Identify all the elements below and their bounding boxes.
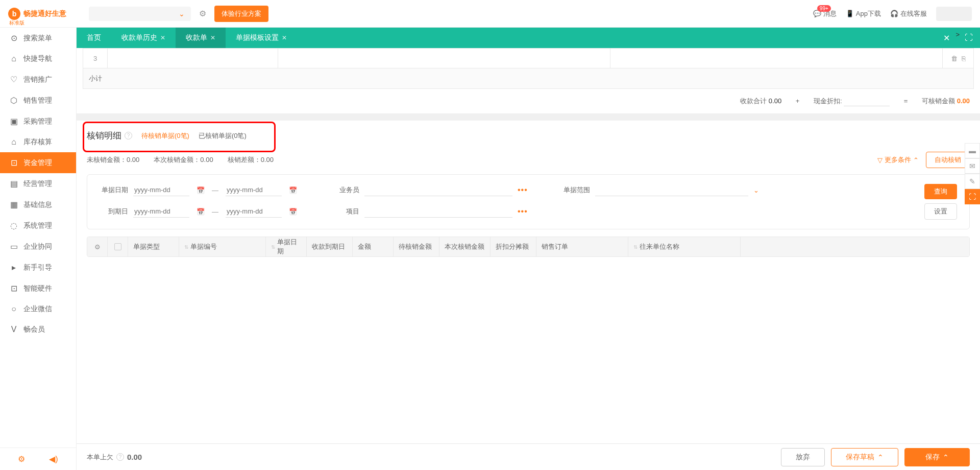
column-header-3: 收款到期日 (307, 237, 353, 256)
sidebar-item-2[interactable]: ♡营销推广 (0, 69, 76, 90)
bill-date-from-input[interactable] (133, 184, 189, 196)
sidebar-item-12[interactable]: ⊡智能硬件 (0, 278, 76, 299)
select-all-checkbox[interactable] (108, 237, 128, 256)
sidebar-item-3[interactable]: ⬡销售管理 (0, 90, 76, 111)
float-tool-2[interactable]: ✉ (965, 158, 980, 174)
due-date-from-input[interactable] (133, 205, 189, 218)
sidebar-item-4[interactable]: ▣采购管理 (0, 111, 76, 132)
row-number: 3 (83, 49, 108, 68)
query-button[interactable]: 查询 (924, 184, 957, 199)
sidebar-item-label: 基础信息 (23, 200, 52, 209)
float-tool-4[interactable]: ⛶ (965, 189, 980, 204)
headset-icon: 🎧 (890, 10, 898, 17)
close-icon[interactable]: ✕ (210, 34, 215, 41)
more-icon[interactable]: ••• (518, 185, 528, 195)
calendar-icon[interactable]: 📅 (289, 208, 297, 216)
sidebar-item-label: 采购管理 (23, 117, 52, 126)
grid-cell[interactable] (108, 49, 278, 68)
sidebar-item-label: 企业微信 (23, 304, 52, 314)
user-avatar[interactable] (936, 7, 972, 21)
project-input[interactable] (364, 205, 512, 218)
gear-icon[interactable]: ⚙ (199, 9, 206, 18)
tab-1[interactable]: 收款单历史✕ (111, 28, 176, 48)
copy-row-icon[interactable]: ⎘ (962, 55, 966, 62)
operator-input[interactable] (364, 184, 512, 196)
online-service-link[interactable]: 🎧 在线客服 (890, 9, 927, 18)
float-tool-1[interactable]: ▬ (965, 143, 980, 158)
calendar-icon[interactable]: 📅 (197, 186, 205, 194)
sidebar-item-label: 经营管理 (23, 179, 52, 189)
column-header-1[interactable]: ⇅单据编号 (179, 237, 266, 256)
column-header-9[interactable]: ⇅往来单位名称 (628, 237, 741, 256)
close-all-tabs-button[interactable]: ✕ (939, 31, 953, 45)
discard-button[interactable]: 放弃 (781, 448, 825, 466)
calendar-icon[interactable]: 📅 (289, 186, 297, 194)
calendar-icon[interactable]: 📅 (197, 208, 205, 216)
tab-pending-verify[interactable]: 待核销单据(0笔) (141, 131, 189, 140)
float-tool-3[interactable]: ✎ (965, 174, 980, 189)
online-service-label: 在线客服 (900, 9, 927, 18)
sidebar-icon: ⊙ (9, 33, 18, 43)
sidebar-item-9[interactable]: ◌系统管理 (0, 215, 76, 236)
sidebar-item-label: 智能硬件 (23, 284, 52, 293)
due-date-to-input[interactable] (226, 205, 282, 218)
chevron-down-icon[interactable]: ⌄ (753, 186, 759, 194)
collapse-icon[interactable]: ◀) (49, 454, 58, 464)
tab-done-verify[interactable]: 已核销单据(0笔) (199, 131, 247, 140)
sidebar-item-6[interactable]: ⊡资金管理 (0, 152, 76, 173)
sidebar-item-10[interactable]: ▭企业协同 (0, 236, 76, 257)
grid-cell[interactable] (610, 49, 943, 68)
delete-row-icon[interactable]: 🗑 (951, 55, 958, 62)
more-conditions-toggle[interactable]: ▽ 更多条件 ⌃ (877, 155, 919, 165)
column-header-2[interactable]: ⇅单据日期 (266, 237, 307, 256)
tab-2[interactable]: 收款单✕ (176, 28, 226, 48)
plus-sign: + (796, 97, 800, 105)
sidebar-item-13[interactable]: ○企业微信 (0, 299, 76, 319)
sidebar-icon: ▦ (9, 200, 18, 209)
sidebar-item-7[interactable]: ▤经营管理 (0, 173, 76, 194)
sidebar-item-5[interactable]: ⌂库存核算 (0, 132, 76, 152)
range-select[interactable] (595, 184, 748, 196)
close-icon[interactable]: ✕ (160, 34, 165, 41)
discount-input[interactable] (844, 96, 890, 106)
sidebar-item-8[interactable]: ▦基础信息 (0, 194, 76, 215)
tab-label: 收款单历史 (121, 33, 157, 42)
save-button[interactable]: 保存 ⌃ (904, 448, 970, 466)
fullscreen-button[interactable]: ⛶ (962, 31, 976, 45)
more-icon[interactable]: ••• (518, 207, 528, 216)
discount-label: 现金折扣: (814, 97, 842, 105)
help-icon[interactable]: ? (116, 453, 124, 461)
trial-button[interactable]: 体验行业方案 (214, 6, 268, 22)
column-label: 单据日期 (277, 238, 301, 256)
grid-cell[interactable] (278, 49, 610, 68)
auto-verify-button[interactable]: 自动核销 (926, 152, 970, 168)
tab-3[interactable]: 单据模板设置✕ (226, 28, 297, 48)
sidebar-item-0[interactable]: ⊙搜索菜单 (0, 28, 76, 49)
table-settings-icon[interactable]: ⚙ (87, 237, 108, 256)
sidebar-item-11[interactable]: ▸新手引导 (0, 257, 76, 278)
equal-sign: = (904, 97, 908, 105)
settings-icon[interactable]: ⚙ (18, 454, 25, 464)
save-draft-button[interactable]: 保存草稿 ⌃ (831, 448, 898, 466)
tab-0[interactable]: 首页 (77, 28, 111, 48)
sidebar-icon: ⬡ (9, 96, 18, 105)
sidebar-item-14[interactable]: V畅会员 (0, 319, 76, 340)
column-label: 单据类型 (133, 242, 160, 251)
sidebar-item-label: 资金管理 (23, 158, 52, 168)
close-icon[interactable]: ✕ (282, 34, 287, 41)
sidebar-item-label: 搜索菜单 (23, 34, 52, 43)
messages-badge: 99+ (817, 5, 831, 12)
column-label: 收款到期日 (312, 242, 345, 251)
sidebar-item-1[interactable]: ⌂快捷导航 (0, 49, 76, 69)
messages-link[interactable]: 💬 99+ 消息 (813, 9, 837, 18)
arrears-label: 本单上欠 (87, 453, 113, 462)
stat-unverified: 未核销金额：0.00 (87, 155, 139, 165)
column-label: 折扣分摊额 (496, 242, 529, 251)
app-download-link[interactable]: 📱 App下载 (846, 9, 881, 18)
subtotal-label: 小计 (83, 74, 108, 83)
setting-button[interactable]: 设置 (924, 203, 957, 220)
help-icon[interactable]: ? (125, 132, 132, 139)
bill-date-to-input[interactable] (226, 184, 282, 196)
app-download-label: App下载 (856, 9, 881, 18)
company-selector[interactable]: ⌄ (89, 7, 191, 21)
